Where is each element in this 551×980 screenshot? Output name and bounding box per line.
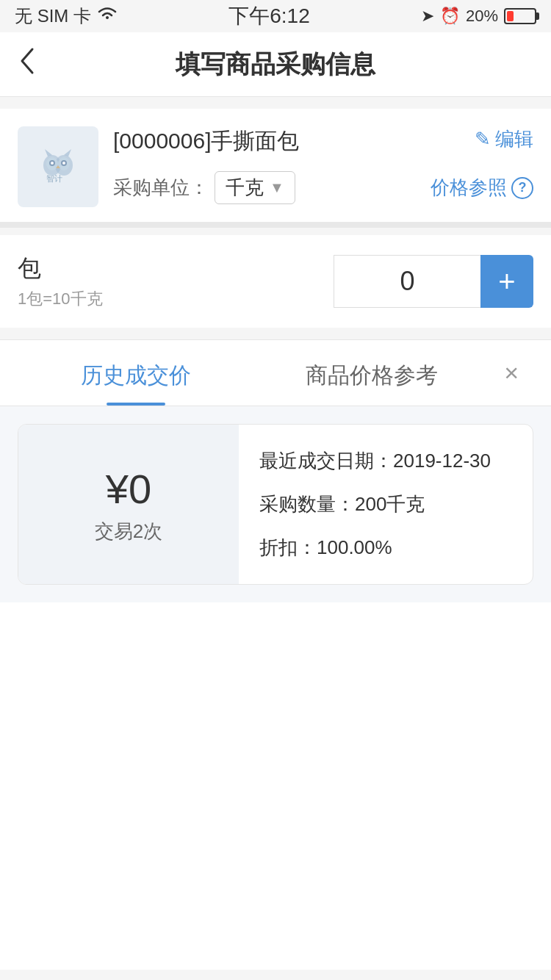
tab-product-label: 商品价格参考 xyxy=(306,363,438,387)
tab-product-price-ref[interactable]: 商品价格参考 xyxy=(253,340,489,406)
price-card: ¥0 交易2次 最近成交日期：2019-12-30 采购数量：200千克 折扣：… xyxy=(18,424,533,585)
status-right: ➤ ⏰ 20% xyxy=(421,7,536,26)
quantity-input[interactable] xyxy=(334,255,480,308)
recent-date-row: 最近成交日期：2019-12-30 xyxy=(259,447,512,475)
price-amount: ¥0 xyxy=(106,465,151,513)
quantity-plus-button[interactable]: + xyxy=(480,255,533,308)
price-details: 最近成交日期：2019-12-30 采购数量：200千克 折扣：100.00% xyxy=(239,425,533,584)
help-icon: ? xyxy=(511,177,533,199)
plus-icon: + xyxy=(498,265,515,298)
discount-row: 折扣：100.00% xyxy=(259,533,512,562)
svg-marker-9 xyxy=(45,149,52,156)
product-name: [0000006]手撕面包 xyxy=(113,126,299,156)
quantity-section: 包 1包=10千克 + xyxy=(0,229,551,328)
tab-content-area: ¥0 交易2次 最近成交日期：2019-12-30 采购数量：200千克 折扣：… xyxy=(0,406,551,602)
product-header: [0000006]手撕面包 ✎ 编辑 xyxy=(113,126,533,156)
bottom-space xyxy=(0,602,551,970)
status-left: 无 SIM 卡 xyxy=(15,4,118,28)
product-logo-icon: 智计 xyxy=(36,142,80,192)
tab-historical-label: 历史成交价 xyxy=(81,363,191,387)
unit-value: 千克 xyxy=(226,175,264,201)
price-ref-label: 价格参照 xyxy=(431,175,507,201)
svg-marker-10 xyxy=(64,149,71,156)
unit-row: 采购单位： 千克 ▼ 价格参照 ? xyxy=(113,171,533,204)
transaction-count: 交易2次 xyxy=(95,519,162,544)
quantity-unit-label: 包 xyxy=(18,253,103,285)
page-title: 填写商品采购信息 xyxy=(176,48,375,82)
tab-historical-price[interactable]: 历史成交价 xyxy=(18,340,253,406)
quantity-label: 包 1包=10千克 xyxy=(18,253,103,310)
status-bar: 无 SIM 卡 下午6:12 ➤ ⏰ 20% xyxy=(0,0,551,32)
price-reference-button[interactable]: 价格参照 ? xyxy=(431,175,533,201)
product-card: 智计 [0000006]手撕面包 ✎ 编辑 采购单位： 千克 ▼ 价格参照 xyxy=(0,109,551,222)
edit-button[interactable]: ✎ 编辑 xyxy=(475,126,533,152)
product-image: 智计 xyxy=(18,126,98,207)
back-button[interactable] xyxy=(18,46,35,82)
carrier-text: 无 SIM 卡 xyxy=(15,4,91,28)
quantity-conversion-label: 1包=10千克 xyxy=(18,288,103,310)
quantity-input-group: + xyxy=(334,255,533,308)
price-summary: ¥0 交易2次 xyxy=(18,425,239,584)
svg-point-6 xyxy=(51,162,54,165)
location-icon: ➤ xyxy=(421,7,434,26)
svg-point-7 xyxy=(62,162,65,165)
nav-bar: 填写商品采购信息 xyxy=(0,32,551,97)
unit-label: 采购单位： xyxy=(113,175,209,201)
dropdown-arrow-icon: ▼ xyxy=(270,179,284,196)
tab-close-button[interactable]: × xyxy=(489,344,533,402)
tabs-header: 历史成交价 商品价格参考 × xyxy=(0,340,551,406)
close-icon: × xyxy=(504,359,519,386)
status-time: 下午6:12 xyxy=(228,2,310,30)
tabs-container: 历史成交价 商品价格参考 × ¥0 交易2次 最近成交日期：2019-12-30… xyxy=(0,339,551,602)
svg-text:智计: 智计 xyxy=(46,174,62,183)
battery-percent: 20% xyxy=(466,7,498,26)
quantity-row: 采购数量：200千克 xyxy=(259,490,512,519)
unit-select[interactable]: 千克 ▼ xyxy=(215,171,295,204)
alarm-icon: ⏰ xyxy=(440,7,460,26)
wifi-icon xyxy=(97,6,118,26)
section-divider xyxy=(0,222,551,228)
edit-icon: ✎ xyxy=(475,128,491,151)
battery-icon xyxy=(504,8,536,24)
product-info: [0000006]手撕面包 ✎ 编辑 采购单位： 千克 ▼ 价格参照 ? xyxy=(113,126,533,204)
edit-label: 编辑 xyxy=(495,126,533,152)
